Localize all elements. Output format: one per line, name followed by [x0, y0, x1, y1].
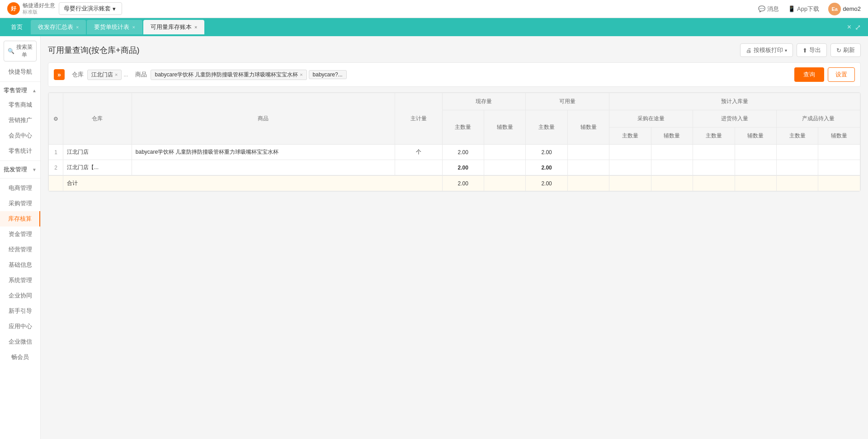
message-label: 消息 — [767, 5, 779, 13]
sidebar-item-basic[interactable]: 基础信息 — [0, 257, 40, 273]
table-scroll[interactable]: ⚙ 仓库 商品 主计量 现存量 可用量 预计入库量 主数量 — [48, 93, 860, 191]
sidebar-divider-1 — [0, 81, 40, 82]
app-download-label: App下载 — [797, 5, 819, 13]
home-tab-label: 首页 — [11, 23, 23, 31]
summary-finished-aux — [818, 175, 860, 191]
row-1-stock-aux — [484, 145, 525, 160]
sidebar-item-enterprise[interactable]: 企业协同 — [0, 288, 40, 303]
print-button[interactable]: 🖨 按模板打印 ▾ — [740, 43, 793, 57]
filter-expand-button[interactable]: » — [54, 69, 65, 80]
warehouse-tag-1-remove[interactable]: × — [115, 72, 118, 77]
tab-home[interactable]: 首页 — [4, 20, 30, 34]
row-1-purchase-aux — [651, 145, 693, 160]
sidebar-item-member[interactable]: 会员中心 — [0, 128, 40, 143]
th-unit: 主计量 — [395, 93, 442, 145]
sidebar-item-operation[interactable]: 经营管理 — [0, 242, 40, 257]
summary-purchase-aux — [651, 175, 693, 191]
product-tag-1-remove[interactable]: × — [300, 72, 302, 77]
sidebar-item-vip[interactable]: 畅会员 — [0, 349, 40, 365]
row-2-unit — [395, 160, 442, 176]
sidebar-item-finance[interactable]: 资金管理 — [0, 227, 40, 242]
refresh-button[interactable]: ↻ 刷新 — [830, 43, 861, 57]
th-purchase-transit: 采购在途量 — [609, 110, 693, 127]
th-goods-aux: 辅数量 — [735, 127, 776, 145]
chevron-down-icon: ▾ — [113, 5, 116, 12]
th-finished-pending: 产成品待入量 — [777, 110, 860, 127]
sidebar-item-quicknav[interactable]: 快捷导航 — [0, 64, 40, 80]
row-2-finished-aux — [818, 160, 860, 176]
tab-receipts[interactable]: 收发存汇总表 × — [31, 20, 86, 34]
tab-inventory[interactable]: 可用量库存账本 × — [143, 20, 204, 34]
product-tag-1[interactable]: babycare学饮杯 儿童防摔防撞吸管杯重力球吸嘴杯宝宝水杯 × — [151, 70, 307, 80]
sidebar-item-quicknav-label: 快捷导航 — [9, 68, 32, 75]
summary-stock-aux — [484, 175, 525, 191]
sidebar-item-retail-stats[interactable]: 零售统计 — [0, 143, 40, 159]
user-area[interactable]: Ea demo2 — [828, 3, 861, 15]
row-2-avail-aux — [567, 160, 609, 176]
search-icon: 🔍 — [8, 48, 14, 54]
tab-inventory-close[interactable]: × — [194, 24, 197, 30]
close-all-tabs-button[interactable]: × — [847, 23, 851, 31]
tab-orders[interactable]: 要货单统计表 × — [87, 20, 142, 34]
page-content: 可用量查询(按仓库+商品) 🖨 按模板打印 ▾ ⬆ 导出 ↻ 刷新 — [41, 36, 868, 199]
warehouse-tag-1[interactable]: 江北门店 × — [87, 70, 122, 80]
sidebar-item-inventory[interactable]: 库存核算 — [0, 211, 40, 227]
summary-goods-aux — [735, 175, 776, 191]
sidebar-item-marketing-label: 营销推广 — [9, 117, 32, 123]
settings-button[interactable]: 设置 — [828, 67, 855, 82]
row-2-stock-main: 2.00 — [442, 160, 484, 176]
export-label: 导出 — [809, 46, 821, 54]
top-bar-right: 💬 消息 📱 App下载 Ea demo2 — [758, 3, 861, 15]
sidebar-item-wecom[interactable]: 企业微信 — [0, 334, 40, 349]
warehouse-tag-1-text: 江北门店 — [91, 71, 113, 79]
tab-orders-close[interactable]: × — [132, 24, 135, 30]
filter-actions: 查询 设置 — [794, 67, 855, 82]
sidebar-item-newguide[interactable]: 新手引导 — [0, 303, 40, 319]
logo-text-area: 畅捷通好生意 标准版 — [23, 2, 55, 15]
product-filter-group: 商品 babycare学饮杯 儿童防摔防撞吸管杯重力球吸嘴杯宝宝水杯 × bab… — [135, 70, 346, 80]
export-button[interactable]: ⬆ 导出 — [797, 43, 827, 57]
app-download-button[interactable]: 📱 App下载 — [788, 5, 819, 13]
summary-stock-main: 2.00 — [442, 175, 484, 191]
sidebar-item-enterprise-label: 企业协同 — [9, 292, 32, 299]
sidebar-divider-2 — [0, 160, 40, 161]
row-1-finished-main — [777, 145, 818, 160]
query-button[interactable]: 查询 — [794, 67, 824, 82]
summary-purchase-main — [609, 175, 651, 191]
top-bar-left: 好 畅捷通好生意 标准版 母婴行业演示账套 ▾ — [7, 2, 122, 15]
tab-receipts-label: 收发存汇总表 — [38, 23, 73, 31]
sidebar-item-marketing[interactable]: 营销推广 — [0, 113, 40, 128]
tab-receipts-close[interactable]: × — [76, 24, 79, 30]
sidebar-item-system[interactable]: 系统管理 — [0, 273, 40, 288]
sidebar-section-wholesale[interactable]: 批发管理 ▼ — [0, 163, 40, 176]
sidebar-section-retail[interactable]: 零售管理 ▲ — [0, 84, 40, 97]
industry-selector[interactable]: 母婴行业演示账套 ▾ — [59, 2, 122, 15]
chevron-up-icon: ▲ — [32, 88, 37, 93]
expand-button[interactable]: ⤢ — [855, 23, 861, 32]
message-button[interactable]: 💬 消息 — [758, 5, 779, 13]
th-stock-main: 主数量 — [442, 110, 484, 145]
sidebar-item-appcenter[interactable]: 应用中心 — [0, 319, 40, 334]
product-tag-2[interactable]: babycare?... — [309, 70, 347, 79]
logo-icon: 好 — [7, 2, 20, 15]
settings-icon[interactable]: ⚙ — [53, 116, 58, 122]
summary-empty-1 — [49, 175, 63, 191]
sidebar-item-retail-shop[interactable]: 零售商城 — [0, 97, 40, 113]
industry-label: 母婴行业演示账套 — [64, 5, 111, 13]
content-area: 可用量查询(按仓库+商品) 🖨 按模板打印 ▾ ⬆ 导出 ↻ 刷新 — [41, 36, 868, 439]
search-menu-button[interactable]: 🔍 搜索菜单 — [4, 41, 37, 61]
avatar: Ea — [828, 3, 841, 15]
product-filter-label: 商品 — [135, 71, 147, 79]
sidebar-item-purchase[interactable]: 采购管理 — [0, 196, 40, 211]
warehouse-filter-more[interactable]: ... — [123, 71, 128, 78]
row-2-goods-aux — [735, 160, 776, 176]
summary-label: 合计 — [63, 175, 443, 191]
row-2-goods-main — [693, 160, 735, 176]
sidebar-item-ecommerce[interactable]: 电商管理 — [0, 180, 40, 196]
summary-finished-main — [777, 175, 818, 191]
th-planned-inbound: 预计入库量 — [609, 93, 860, 110]
row-1-goods-aux — [735, 145, 776, 160]
sidebar-item-retail-stats-label: 零售统计 — [9, 147, 32, 154]
page-actions: 🖨 按模板打印 ▾ ⬆ 导出 ↻ 刷新 — [740, 43, 861, 57]
search-menu-label: 搜索菜单 — [16, 43, 33, 59]
